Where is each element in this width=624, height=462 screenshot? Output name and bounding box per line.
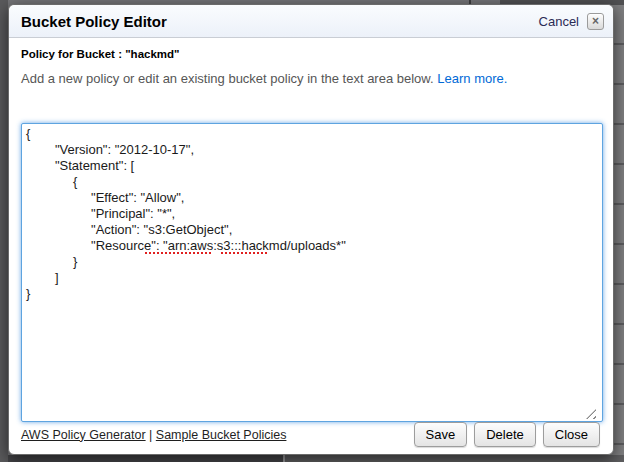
spellcheck-underline-arn [145, 252, 211, 254]
background-page-bottom-panel [285, 455, 624, 462]
policy-textarea[interactable]: { "Version": "2012-10-17", "Statement": … [21, 123, 603, 422]
description-text: Add a new policy or edit an existing buc… [21, 71, 434, 86]
delete-button[interactable]: Delete [474, 422, 536, 447]
sample-bucket-policies-link[interactable]: Sample Bucket Policies [156, 428, 287, 442]
bucket-subtitle: Policy for Bucket : "hackmd" [21, 48, 599, 60]
background-page-left [0, 0, 8, 462]
background-page-bottom-divider [283, 455, 285, 462]
link-separator: | [149, 428, 152, 442]
dialog-footer: AWS Policy Generator | Sample Bucket Pol… [21, 422, 600, 447]
policy-editor-wrap: { "Version": "2012-10-17", "Statement": … [21, 123, 599, 422]
aws-policy-generator-link[interactable]: AWS Policy Generator [21, 428, 146, 442]
spellcheck-underline-hackmd [221, 252, 267, 254]
dialog-description: Add a new policy or edit an existing buc… [21, 71, 599, 86]
close-button[interactable]: Close [543, 422, 600, 447]
bucket-policy-editor-dialog: Bucket Policy Editor Cancel × Policy for… [8, 4, 614, 455]
cancel-link[interactable]: Cancel [539, 14, 579, 29]
save-button[interactable]: Save [414, 422, 468, 447]
dialog-body: Policy for Bucket : "hackmd" Add a new p… [9, 38, 613, 422]
close-icon[interactable]: × [587, 13, 604, 30]
footer-links: AWS Policy Generator | Sample Bucket Pol… [21, 428, 407, 442]
learn-more-link[interactable]: Learn more. [437, 71, 507, 86]
dialog-header: Bucket Policy Editor Cancel × [9, 5, 613, 38]
dialog-title: Bucket Policy Editor [21, 13, 539, 30]
